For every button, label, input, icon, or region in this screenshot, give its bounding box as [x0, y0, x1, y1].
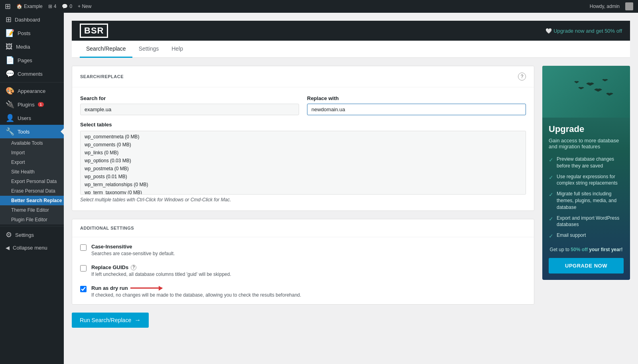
- ad-subtitle: Gain access to more database and migrati…: [549, 138, 624, 150]
- collapse-menu-item[interactable]: ◀ Collapse menu: [0, 242, 64, 254]
- ad-title: Upgrade: [549, 124, 624, 134]
- select-tables-label: Select tables: [80, 122, 526, 128]
- submenu-link-site-health[interactable]: Site Health: [0, 167, 64, 177]
- search-for-input[interactable]: [80, 104, 299, 115]
- posts-icon: 📝: [6, 30, 14, 37]
- sidebar-link-pages[interactable]: 📄 Pages: [0, 53, 64, 67]
- tables-select[interactable]: wp_commentmeta (0 MB)wp_comments (0 MB)w…: [80, 131, 526, 195]
- collapse-icon: ◀: [6, 245, 10, 251]
- content-area: SEARCH/REPLACE ? Search for Replace with: [72, 58, 630, 328]
- submenu-link-export-personal[interactable]: Export Personal Data: [0, 177, 64, 186]
- comment-icon: 💬: [62, 4, 68, 9]
- media-icon: 🖼: [6, 43, 13, 50]
- pages-icon: 📄: [6, 57, 14, 64]
- sidebar-item-pages[interactable]: 📄 Pages: [0, 53, 64, 67]
- new-item[interactable]: + New: [78, 4, 91, 9]
- upgrade-now-button[interactable]: UPGRADE NOW: [549, 258, 624, 273]
- submenu-link-export[interactable]: Export: [0, 157, 64, 167]
- sidebar-item-tools[interactable]: 🔧 Tools: [0, 125, 64, 138]
- check-icon-0: ✓: [549, 156, 553, 164]
- tab-search-replace[interactable]: Search/Replace: [80, 41, 132, 58]
- sidebar-item-comments[interactable]: 💬 Comments: [0, 67, 64, 81]
- submenu-export-personal[interactable]: Export Personal Data: [0, 177, 64, 186]
- run-search-replace-button[interactable]: Run Search/Replace →: [72, 313, 149, 328]
- check-icon-3: ✓: [549, 215, 553, 223]
- sidebar-link-dashboard[interactable]: ⊞ Dashboard: [0, 13, 64, 26]
- submenu-link-better-search[interactable]: Better Search Replace: [0, 196, 64, 205]
- updates-link[interactable]: 4: [54, 4, 57, 9]
- tab-settings[interactable]: Settings: [132, 41, 165, 58]
- sidebar-label-settings: Settings: [15, 232, 34, 238]
- help-icon[interactable]: ?: [518, 73, 526, 81]
- sidebar-link-media[interactable]: 🖼 Media: [0, 40, 64, 53]
- sidebar-item-plugins[interactable]: 🔌 Plugins 1: [0, 98, 64, 111]
- sidebar-link-users[interactable]: 👤 Users: [0, 111, 64, 125]
- sidebar-link-plugins[interactable]: 🔌 Plugins 1: [0, 98, 64, 111]
- submenu-plugin-editor[interactable]: Plugin File Editor: [0, 215, 64, 224]
- dry-run-checkbox[interactable]: [80, 286, 87, 292]
- submenu-available-tools[interactable]: Available Tools: [0, 138, 64, 148]
- ad-illustration: [542, 66, 630, 118]
- sidebar-item-users[interactable]: 👤 Users: [0, 111, 64, 125]
- sidebar-item-settings[interactable]: ⚙ Settings: [0, 228, 64, 242]
- case-insensitive-text: Case-Insensitive: [91, 244, 132, 250]
- feature-item-2: ✓ Migrate full sites including themes, p…: [549, 191, 624, 211]
- comments-menu-icon: 💬: [6, 70, 14, 77]
- replace-with-input[interactable]: [307, 104, 526, 115]
- run-button-label: Run Search/Replace: [80, 317, 131, 323]
- feature-text-0: Preview database changes before they are…: [557, 156, 624, 169]
- submenu-erase-personal[interactable]: Erase Personal Data: [0, 186, 64, 196]
- sidebar-label-users: Users: [18, 115, 31, 121]
- heart-icon: 🤍: [545, 28, 552, 34]
- site-name-link[interactable]: Example: [24, 4, 43, 9]
- search-replace-body: Search for Replace with Select tables: [72, 87, 534, 211]
- tables-section: Select tables wp_commentmeta (0 MB)wp_co…: [80, 122, 526, 203]
- sidebar-link-posts[interactable]: 📝 Posts: [0, 26, 64, 40]
- dry-run-info: Run as dry run If checked, no changes wi…: [91, 285, 526, 298]
- submenu-theme-editor[interactable]: Theme File Editor: [0, 205, 64, 215]
- header-upgrade-link[interactable]: 🤍 Upgrade now and get 50% off: [545, 28, 622, 34]
- sidebar-link-settings[interactable]: ⚙ Settings: [0, 228, 64, 242]
- feature-item-3: ✓ Export and import WordPress databases: [549, 215, 624, 228]
- feature-item-1: ✓ Use regular expressions for complex st…: [549, 173, 624, 187]
- replace-guids-desc: If left unchecked, all database columns …: [91, 272, 526, 277]
- site-name-item[interactable]: 🏠 Example: [16, 4, 43, 9]
- run-button-arrow: →: [134, 317, 141, 324]
- feature-text-3: Export and import WordPress databases: [557, 215, 624, 228]
- updates-item[interactable]: ⊞ 4: [48, 4, 57, 9]
- submenu-site-health[interactable]: Site Health: [0, 167, 64, 177]
- submenu-better-search[interactable]: Better Search Replace: [0, 196, 64, 205]
- sidebar-item-dashboard[interactable]: ⊞ Dashboard: [0, 13, 64, 26]
- sidebar-item-posts[interactable]: 📝 Posts: [0, 26, 64, 40]
- avatar: [625, 2, 633, 10]
- replace-with-label: Replace with: [307, 95, 526, 101]
- comments-link[interactable]: 0: [69, 4, 72, 9]
- wp-logo-icon[interactable]: ⊞: [5, 2, 11, 11]
- submenu-link-erase-personal[interactable]: Erase Personal Data: [0, 186, 64, 196]
- tab-settings-label: Settings: [139, 45, 159, 52]
- feature-list: ✓ Preview database changes before they a…: [549, 156, 624, 240]
- check-icon-2: ✓: [549, 191, 553, 199]
- submenu-link-plugin-editor[interactable]: Plugin File Editor: [0, 215, 64, 224]
- sidebar-link-appearance[interactable]: 🎨 Appearance: [0, 84, 64, 98]
- case-insensitive-checkbox[interactable]: [80, 244, 87, 251]
- sidebar-item-appearance[interactable]: 🎨 Appearance: [0, 84, 64, 98]
- feature-text-4: Email support: [557, 232, 586, 239]
- tab-help[interactable]: Help: [165, 41, 189, 58]
- submenu-link-theme-editor[interactable]: Theme File Editor: [0, 205, 64, 215]
- new-link[interactable]: + New: [78, 4, 91, 9]
- howdy-text: Howdy, admin: [590, 4, 620, 9]
- sidebar-link-tools[interactable]: 🔧 Tools: [0, 125, 64, 138]
- promo-text: Get up to 50% off your first year!: [549, 247, 624, 252]
- submenu-import[interactable]: Import: [0, 148, 64, 157]
- comments-item[interactable]: 💬 0: [62, 4, 72, 9]
- submenu-link-import[interactable]: Import: [0, 148, 64, 157]
- ad-panel: Upgrade Gain access to more database and…: [542, 66, 630, 328]
- sidebar-item-media[interactable]: 🖼 Media: [0, 40, 64, 53]
- submenu-export[interactable]: Export: [0, 157, 64, 167]
- sidebar-link-comments[interactable]: 💬 Comments: [0, 67, 64, 81]
- ad-content: Upgrade Gain access to more database and…: [542, 118, 630, 280]
- replace-guids-checkbox[interactable]: [80, 265, 87, 272]
- guids-info-icon[interactable]: ?: [131, 265, 136, 270]
- submenu-link-available-tools[interactable]: Available Tools: [0, 138, 64, 148]
